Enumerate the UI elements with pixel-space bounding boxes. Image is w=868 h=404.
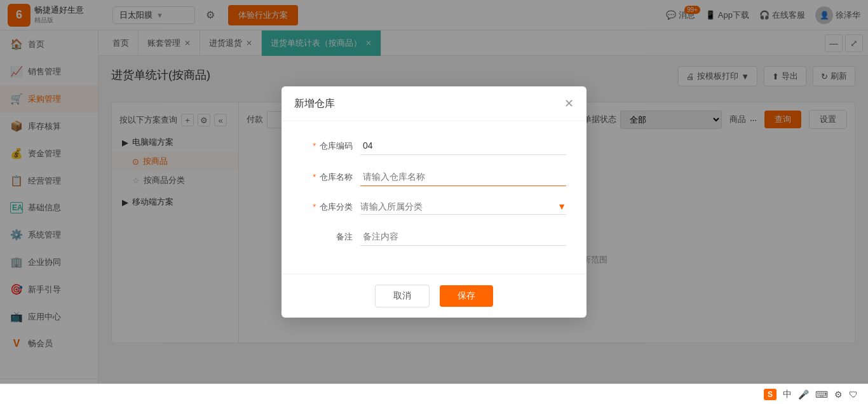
- warehouse-remark-input[interactable]: [360, 227, 566, 246]
- name-required-star: *: [313, 172, 316, 182]
- new-warehouse-dialog: 新增仓库 ✕ * 仓库编码 * 仓库名称: [281, 86, 587, 318]
- name-label-text: 仓库名称: [320, 172, 353, 182]
- bottom-status-bar: S 中 🎤 ⌨ ⚙ 🛡: [0, 384, 868, 404]
- warehouse-type-row: * 仓库分类 ▼: [302, 199, 566, 215]
- bottom-settings2-icon[interactable]: ⚙: [834, 389, 843, 400]
- remark-label-text: 备注: [336, 232, 353, 241]
- code-label-text: 仓库编码: [320, 141, 353, 151]
- warehouse-code-row: * 仓库编码: [302, 137, 566, 155]
- dialog-body: * 仓库编码 * 仓库名称 * 仓库分类: [281, 121, 587, 274]
- bottom-keyboard-icon[interactable]: ⌨: [815, 389, 828, 400]
- bottom-mic-icon[interactable]: 🎤: [798, 389, 809, 400]
- name-label: * 仓库名称: [302, 172, 353, 183]
- type-required-star: *: [313, 202, 316, 212]
- warehouse-type-select[interactable]: ▼: [360, 199, 566, 215]
- type-label-text: 仓库分类: [320, 202, 353, 212]
- remark-label: 备注: [302, 231, 353, 243]
- code-label: * 仓库编码: [302, 140, 353, 152]
- type-label: * 仓库分类: [302, 201, 353, 213]
- dialog-close-icon[interactable]: ✕: [564, 97, 574, 111]
- dialog-footer: 取消 保存: [281, 274, 587, 318]
- save-button[interactable]: 保存: [440, 285, 493, 307]
- warehouse-code-input[interactable]: [360, 137, 566, 155]
- dialog-overlay: 新增仓库 ✕ * 仓库编码 * 仓库名称: [0, 0, 868, 404]
- dialog-title: 新增仓库: [294, 97, 335, 111]
- warehouse-remark-row: 备注: [302, 227, 566, 246]
- dialog-header: 新增仓库 ✕: [281, 86, 587, 121]
- type-dropdown-icon[interactable]: ▼: [557, 201, 566, 212]
- cancel-button[interactable]: 取消: [375, 285, 430, 307]
- bottom-shield-icon[interactable]: 🛡: [849, 389, 858, 400]
- warehouse-type-input[interactable]: [360, 201, 557, 212]
- warehouse-name-row: * 仓库名称: [302, 168, 566, 186]
- code-required-star: *: [313, 141, 316, 151]
- bottom-zh-icon[interactable]: 中: [783, 389, 792, 400]
- bottom-logo-icon[interactable]: S: [764, 389, 776, 400]
- warehouse-name-input[interactable]: [360, 168, 566, 186]
